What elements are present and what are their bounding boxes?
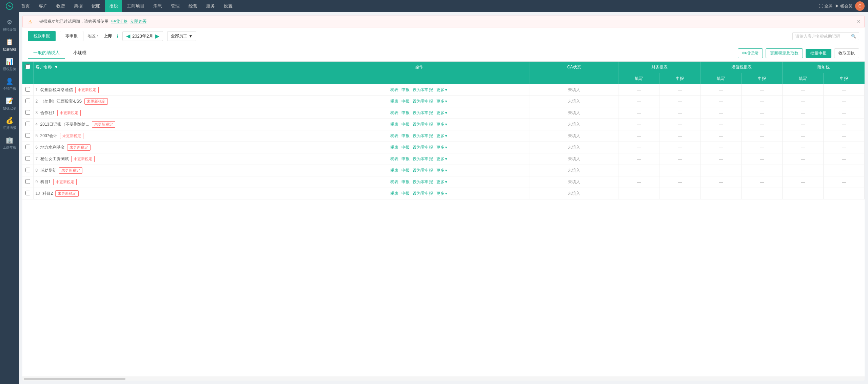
op-declare[interactable]: 申报 [401, 179, 410, 184]
horizontal-scrollbar[interactable] [22, 377, 865, 381]
sidebar-item-tax-overview[interactable]: 📊 报税总览 [0, 54, 19, 74]
btn-collect-receipt[interactable]: 收取回执 [834, 48, 859, 58]
row-checkbox[interactable] [25, 156, 30, 161]
avatar[interactable]: C [855, 1, 865, 11]
sidebar-item-tax-settings[interactable]: ⚙ 报税设置 [0, 15, 19, 35]
op-more[interactable]: 更多▼ [436, 156, 448, 161]
select-all-checkbox[interactable] [25, 64, 30, 69]
banner-close-btn[interactable]: × [857, 19, 860, 25]
op-declare[interactable]: 申报 [401, 87, 410, 92]
row-checkbox[interactable] [25, 110, 30, 115]
prev-date-btn[interactable]: ◀ [126, 33, 130, 39]
op-more[interactable]: 更多▼ [436, 110, 448, 115]
next-date-btn[interactable]: ▶ [155, 33, 159, 39]
op-tax-table[interactable]: 税表 [390, 191, 398, 196]
row-checkbox[interactable] [25, 145, 30, 149]
op-tax-table[interactable]: 税表 [390, 179, 398, 184]
op-more[interactable]: 更多▼ [436, 133, 448, 138]
op-declare[interactable]: 申报 [401, 110, 410, 115]
row-checkbox[interactable] [25, 122, 30, 126]
staff-select[interactable]: 全部员工 ▼ [167, 31, 196, 41]
op-declare[interactable]: 申报 [401, 156, 410, 161]
nav-home[interactable]: 首页 [17, 0, 34, 12]
info-icon[interactable]: ℹ [117, 34, 118, 39]
op-more[interactable]: 更多▼ [436, 168, 448, 173]
op-tax-table[interactable]: 税表 [390, 156, 398, 161]
op-tax-table[interactable]: 税表 [390, 133, 398, 138]
op-tax-table[interactable]: 税表 [390, 145, 398, 150]
op-zero-declare[interactable]: 设为零申报 [413, 179, 433, 184]
op-zero-declare[interactable]: 设为零申报 [413, 99, 433, 104]
op-more[interactable]: 更多▼ [436, 145, 448, 150]
op-declare[interactable]: 申报 [401, 145, 410, 150]
op-tax-table[interactable]: 税表 [390, 99, 398, 104]
search-input[interactable] [795, 34, 850, 39]
op-zero-declare[interactable]: 设为零申报 [413, 87, 433, 92]
nav-service[interactable]: 服务 [202, 0, 219, 12]
nav-operation[interactable]: 经营 [184, 0, 201, 12]
row-checkbox[interactable] [25, 87, 30, 92]
sidebar-item-personal-tax[interactable]: 👤 个税申报 [0, 74, 19, 93]
banner-link-report[interactable]: 申报汇签 [111, 19, 127, 24]
op-more[interactable]: 更多▼ [436, 99, 448, 104]
sidebar-item-batch-tax[interactable]: 📋 批量报税 [0, 35, 19, 54]
op-zero-declare[interactable]: 设为零申报 [413, 191, 433, 196]
row-finance-fill: — [618, 119, 659, 130]
fullscreen-btn[interactable]: ⛶ 全屏 [819, 3, 832, 9]
banner-text: 一键报税功能已过试用期，请购买后使用 [35, 19, 108, 24]
op-zero-declare[interactable]: 设为零申报 [413, 110, 433, 115]
op-zero-declare[interactable]: 设为零申报 [413, 145, 433, 150]
nav-message[interactable]: 消息 [149, 0, 166, 12]
row-ops: 税表 申报 设为零申报 更多▼ [308, 119, 530, 130]
row-checkbox[interactable] [25, 99, 30, 103]
op-tax-table[interactable]: 税表 [390, 168, 398, 173]
op-more[interactable]: 更多▼ [436, 179, 448, 184]
op-more[interactable]: 更多▼ [436, 191, 448, 196]
op-declare[interactable]: 申报 [401, 133, 410, 138]
row-checkbox[interactable] [25, 133, 30, 138]
op-tax-table[interactable]: 税表 [390, 87, 398, 92]
btn-declaration-records[interactable]: 申报记录 [738, 48, 763, 58]
op-declare[interactable]: 申报 [401, 99, 410, 104]
op-zero-declare[interactable]: 设为零申报 [413, 168, 433, 173]
tab-general-taxpayer[interactable]: 一般的纳税人 [28, 48, 65, 59]
op-zero-declare[interactable]: 设为零申报 [413, 133, 433, 138]
tab-tax-declaration[interactable]: 税款申报 [28, 31, 56, 41]
row-client-name: 6 地方水利基金 未更新税定 [33, 142, 308, 153]
nav-customer[interactable]: 客户 [35, 0, 52, 12]
op-declare[interactable]: 申报 [401, 191, 410, 196]
sidebar-item-tax-records[interactable]: 📝 报税记录 [0, 93, 19, 113]
op-tax-table[interactable]: 税表 [390, 110, 398, 115]
btn-update-tax[interactable]: 更新税定及取数 [766, 48, 803, 58]
op-tax-table[interactable]: 税表 [390, 122, 398, 127]
row-checkbox[interactable] [25, 179, 30, 184]
btn-batch-declare[interactable]: 批量申报 [806, 49, 831, 58]
op-declare[interactable]: 申报 [401, 122, 410, 127]
upgrade-btn[interactable]: ▶ 畅会员 [835, 3, 852, 9]
nav-accounting[interactable]: 记账 [87, 0, 104, 12]
row-checkbox[interactable] [25, 168, 30, 172]
search-icon[interactable]: 🔍 [851, 34, 856, 39]
sidebar-item-annual-report[interactable]: 🏢 工商年报 [0, 133, 19, 152]
nav-invoice[interactable]: 票据 [70, 0, 87, 12]
tab-small-scale[interactable]: 小规模 [68, 48, 92, 59]
nav-tax[interactable]: 报税 [105, 0, 122, 12]
nav-manage[interactable]: 管理 [167, 0, 184, 12]
row-add-fill: — [783, 84, 824, 96]
tab-zero-declaration[interactable]: 零申报 [60, 31, 83, 41]
sort-icon[interactable]: ▼ [54, 65, 58, 69]
op-declare[interactable]: 申报 [401, 168, 410, 173]
op-more[interactable]: 更多▼ [436, 87, 448, 92]
row-finance-fill: — [618, 107, 659, 119]
nav-settings[interactable]: 设置 [220, 0, 237, 12]
op-more[interactable]: 更多▼ [436, 122, 448, 127]
op-zero-declare[interactable]: 设为零申报 [413, 156, 433, 161]
row-checkbox[interactable] [25, 191, 30, 195]
sidebar-item-settlement[interactable]: 💰 汇算清缴 [0, 113, 19, 133]
nav-billing[interactable]: 收费 [52, 0, 69, 12]
th-checkbox [22, 62, 33, 73]
nav-business[interactable]: 工商项目 [123, 0, 149, 12]
banner-link-buy[interactable]: 立即购买 [130, 19, 146, 24]
op-zero-declare[interactable]: 设为零申报 [413, 122, 433, 127]
row-vat-declare: — [742, 153, 783, 165]
